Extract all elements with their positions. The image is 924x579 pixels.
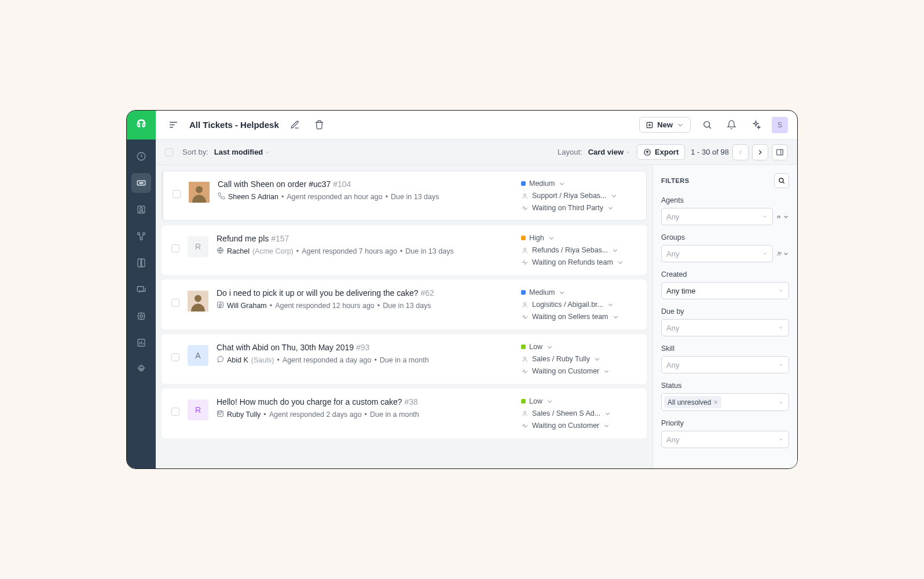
menu-toggle-icon[interactable] (165, 117, 181, 133)
main-area: All Tickets - Helpdesk New S Sort by: La… (156, 111, 797, 468)
pagination: 1 - 30 of 98 (691, 144, 788, 160)
filter-priority-label: Priority (661, 419, 789, 427)
filter-agents-me-icon[interactable] (776, 210, 789, 223)
ticket-contact: Abid K (227, 356, 248, 364)
next-page-button[interactable] (752, 144, 768, 160)
priority-dropdown[interactable]: Low (521, 343, 637, 351)
app-frame: All Tickets - Helpdesk New S Sort by: La… (126, 110, 798, 469)
ticket-card[interactable]: R Refund me pls #157 Rachel (Acme Corp) … (162, 225, 647, 275)
filters-panel: FILTERS Agents Any Groups Any (652, 165, 797, 468)
group-dropdown[interactable]: Sales / Sheen S Ad... (521, 409, 637, 417)
svg-point-18 (196, 186, 203, 193)
group-dropdown[interactable]: Sales / Ruby Tully (521, 355, 637, 363)
edit-button[interactable] (287, 117, 303, 133)
ticket-checkbox[interactable] (171, 353, 179, 361)
sidebar-item-dashboard[interactable] (131, 146, 151, 166)
svg-point-5 (138, 233, 140, 235)
sort-dropdown[interactable]: Last modified (214, 148, 271, 156)
sidebar-item-tickets[interactable] (131, 173, 151, 193)
ticket-title: Hello! How much do you charge for a cust… (217, 397, 513, 406)
ticket-card[interactable]: Do i need to pick it up or will you be d… (162, 280, 647, 329)
source-icon (217, 356, 224, 365)
svg-rect-2 (140, 182, 143, 184)
filter-groups-select[interactable]: Any (661, 245, 773, 262)
status-dropdown[interactable]: Waiting on Refunds team (521, 258, 637, 266)
filter-agents-select[interactable]: Any (661, 208, 773, 225)
filters-search-button[interactable] (774, 173, 789, 188)
filter-skill-select[interactable]: Any (661, 356, 789, 373)
status-dropdown[interactable]: Waiting on Third Party (521, 204, 637, 212)
layout-dropdown[interactable]: Card view (588, 148, 631, 156)
ticket-response: Agent responded an hour ago (287, 193, 382, 201)
export-button[interactable]: Export (637, 144, 685, 160)
notifications-icon[interactable] (723, 117, 739, 133)
svg-point-25 (524, 302, 526, 305)
ticket-checkbox[interactable] (171, 244, 179, 252)
source-icon (218, 192, 225, 201)
svg-point-7 (140, 238, 142, 240)
ticket-response: Agent responded 7 hours ago (302, 247, 397, 255)
ticket-due: Due in 13 days (391, 193, 439, 201)
ticket-company: (Acme Corp) (252, 247, 294, 255)
filter-dueby-label: Due by (661, 307, 789, 316)
prev-page-button[interactable] (732, 144, 749, 160)
ai-sparkle-icon[interactable] (747, 117, 764, 133)
toggle-panel-button[interactable] (772, 144, 788, 160)
status-tag-remove[interactable]: × (713, 398, 718, 406)
ticket-avatar: R (188, 236, 208, 257)
sidebar-item-automation[interactable] (131, 306, 151, 326)
ticket-card[interactable]: Call with Sheen on order #uc37 #104 Shee… (162, 171, 647, 221)
sidebar-item-settings[interactable] (131, 360, 151, 379)
ticket-card[interactable]: R Hello! How much do you charge for a cu… (162, 389, 647, 438)
search-icon[interactable] (699, 117, 715, 133)
logo[interactable] (127, 111, 156, 140)
sidebar-item-reports[interactable] (131, 333, 151, 353)
svg-rect-8 (137, 287, 144, 291)
filter-created-label: Created (661, 270, 789, 278)
user-avatar[interactable]: S (772, 117, 788, 133)
ticket-card[interactable]: A Chat with Abid on Thu, 30th May 2019 #… (162, 334, 647, 384)
ticket-checkbox[interactable] (171, 299, 179, 307)
sidebar-item-contacts[interactable] (131, 200, 151, 219)
ticket-checkbox[interactable] (173, 190, 181, 198)
ticket-avatar (189, 182, 210, 203)
sidebar-item-solutions[interactable] (131, 253, 151, 273)
ticket-checkbox[interactable] (171, 408, 179, 416)
svg-rect-24 (218, 302, 223, 308)
select-all-checkbox[interactable] (165, 148, 173, 156)
new-button[interactable]: New (639, 117, 691, 133)
ticket-contact: Rachel (227, 247, 250, 255)
filter-groups-label: Groups (661, 233, 789, 241)
ticket-contact: Sheen S Adrian (228, 193, 278, 201)
filter-status-select[interactable]: All unresolved × (661, 393, 789, 411)
group-dropdown[interactable]: Support / Riya Sebas... (521, 192, 637, 200)
svg-point-30 (778, 252, 780, 254)
filter-created-select[interactable]: Any time (661, 282, 789, 299)
priority-dropdown[interactable]: High (521, 234, 637, 242)
ticket-avatar: R (188, 400, 208, 420)
ticket-due: Due in a month (370, 411, 419, 419)
priority-dropdown[interactable]: Medium (521, 179, 637, 188)
priority-dropdown[interactable]: Low (521, 397, 637, 405)
priority-dropdown[interactable]: Medium (521, 288, 637, 296)
filter-dueby-select[interactable]: Any (661, 319, 789, 336)
sidebar-rail (127, 111, 156, 468)
ticket-due: Due in 13 days (405, 247, 453, 255)
group-dropdown[interactable]: Refunds / Riya Sebas... (521, 246, 637, 254)
filter-groups-me-icon[interactable] (776, 247, 789, 260)
ticket-response: Agent responded a day ago (283, 356, 372, 364)
ticket-contact: Ruby Tully (227, 411, 261, 419)
source-icon (217, 247, 224, 256)
status-dropdown[interactable]: Waiting on Sellers team (521, 313, 637, 321)
filter-priority-select[interactable]: Any (661, 431, 789, 448)
sidebar-item-social[interactable] (131, 226, 151, 246)
ticket-title: Refund me pls #157 (217, 234, 513, 243)
status-dropdown[interactable]: Waiting on Customer (521, 367, 637, 375)
svg-point-10 (140, 315, 143, 318)
content: Call with Sheen on order #uc37 #104 Shee… (156, 165, 797, 468)
delete-button[interactable] (311, 117, 328, 133)
ticket-title: Call with Sheen on order #uc37 #104 (218, 179, 513, 189)
sidebar-item-forums[interactable] (131, 280, 151, 299)
status-dropdown[interactable]: Waiting on Customer (521, 422, 637, 430)
group-dropdown[interactable]: Logisitics / Abigail.br... (521, 301, 637, 309)
